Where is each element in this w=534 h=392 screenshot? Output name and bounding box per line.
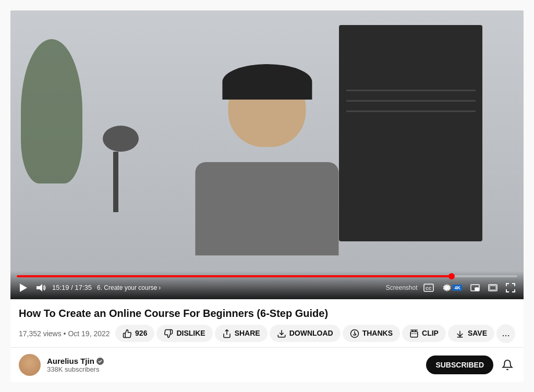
more-label: ... xyxy=(502,328,509,339)
download-label: DOWNLOAD xyxy=(289,329,333,337)
download-icon xyxy=(277,328,286,338)
fullscreen-icon xyxy=(506,283,515,292)
channel-row: Aurelius Tjin 338K subscribers SUBSCRIBE… xyxy=(10,348,524,382)
channel-name: Aurelius Tjin xyxy=(47,357,420,365)
cc-icon: CC xyxy=(423,284,434,292)
video-title: How To Create an Online Course For Begin… xyxy=(19,307,515,320)
share-icon xyxy=(222,328,232,338)
like-button[interactable]: 926 xyxy=(115,325,154,342)
save-button[interactable]: SAVE xyxy=(448,325,494,342)
video-stats: 17,352 views • Oct 19, 2022 xyxy=(19,329,110,338)
svg-rect-5 xyxy=(475,288,479,290)
video-player[interactable]: 15:19 / 17:35 6. Create your course › Sc… xyxy=(10,10,524,299)
total-time: 17:35 xyxy=(75,284,92,291)
plant-decoration xyxy=(21,39,82,183)
chapter-text: 6. Create your course xyxy=(97,284,157,291)
chapter-chevron: › xyxy=(159,284,161,291)
quality-badge: 4K xyxy=(453,285,462,291)
settings-icon xyxy=(442,283,452,292)
share-label: SHARE xyxy=(235,329,260,337)
clip-icon xyxy=(409,328,419,338)
dislike-label: DISLIKE xyxy=(176,329,205,337)
person-figure xyxy=(164,68,370,256)
microphone xyxy=(103,126,128,212)
screenshot-label: Screenshot xyxy=(386,284,418,291)
channel-avatar[interactable] xyxy=(19,354,41,376)
settings-button[interactable]: 4K xyxy=(440,282,464,293)
volume-icon xyxy=(35,283,46,293)
current-time: 15:19 xyxy=(52,284,69,291)
view-count: 17,352 views xyxy=(19,329,62,338)
controls-right: Screenshot CC 4K xyxy=(386,282,517,293)
miniplayer-button[interactable] xyxy=(468,283,482,292)
clip-label: CLIP xyxy=(422,329,439,337)
svg-rect-12 xyxy=(410,332,418,337)
controls-row: 15:19 / 17:35 6. Create your course › Sc… xyxy=(17,281,517,294)
publish-date: Oct 19, 2022 xyxy=(68,329,110,338)
thumbs-up-icon xyxy=(123,328,132,338)
subscribe-button[interactable]: SUBSCRIBED xyxy=(426,356,493,374)
action-buttons: 926 DISLIKE xyxy=(115,324,515,343)
miniplayer-icon xyxy=(470,284,480,291)
chapter-label[interactable]: 6. Create your course › xyxy=(97,284,161,291)
volume-button[interactable] xyxy=(34,281,47,294)
bell-icon xyxy=(502,359,513,371)
time-display: 15:19 / 17:35 xyxy=(52,284,92,291)
more-button[interactable]: ... xyxy=(496,324,515,343)
download-button[interactable]: DOWNLOAD xyxy=(270,325,341,342)
person-body xyxy=(195,162,339,256)
notification-bell-button[interactable] xyxy=(500,357,515,373)
video-info: How To Create an Online Course For Begin… xyxy=(10,299,524,348)
svg-marker-0 xyxy=(37,284,42,291)
save-label: SAVE xyxy=(468,329,487,337)
mic-head xyxy=(103,126,139,152)
theater-button[interactable] xyxy=(486,283,500,292)
channel-info: Aurelius Tjin 338K subscribers xyxy=(47,357,420,373)
like-count: 926 xyxy=(135,329,147,337)
fullscreen-button[interactable] xyxy=(504,282,517,293)
thumbs-down-icon xyxy=(164,328,173,338)
share-button[interactable]: SHARE xyxy=(215,325,268,342)
mic-stand xyxy=(113,152,118,212)
progress-bar[interactable] xyxy=(17,275,517,277)
save-icon xyxy=(455,328,465,338)
person-head xyxy=(228,68,306,147)
video-scene xyxy=(10,10,524,299)
subscriber-count: 338K subscribers xyxy=(47,365,420,373)
channel-name-text[interactable]: Aurelius Tjin xyxy=(47,357,94,365)
video-controls: 15:19 / 17:35 6. Create your course › Sc… xyxy=(10,271,524,299)
thanks-icon xyxy=(350,328,359,338)
dislike-button[interactable]: DISLIKE xyxy=(156,325,212,342)
video-meta-row: 17,352 views • Oct 19, 2022 926 xyxy=(19,324,515,343)
thanks-label: THANKS xyxy=(362,329,393,337)
theater-icon xyxy=(488,284,497,291)
progress-fill xyxy=(17,275,452,277)
svg-text:CC: CC xyxy=(426,286,432,291)
thanks-button[interactable]: THANKS xyxy=(343,325,400,342)
avatar-image xyxy=(19,354,41,376)
cc-button[interactable]: CC xyxy=(421,283,436,293)
svg-rect-7 xyxy=(490,286,496,290)
person-cap xyxy=(222,64,312,100)
play-button[interactable] xyxy=(17,281,29,294)
clip-button[interactable]: CLIP xyxy=(402,325,446,342)
page-container: 15:19 / 17:35 6. Create your course › Sc… xyxy=(10,10,524,382)
play-icon xyxy=(20,284,27,292)
verified-icon xyxy=(96,357,104,365)
